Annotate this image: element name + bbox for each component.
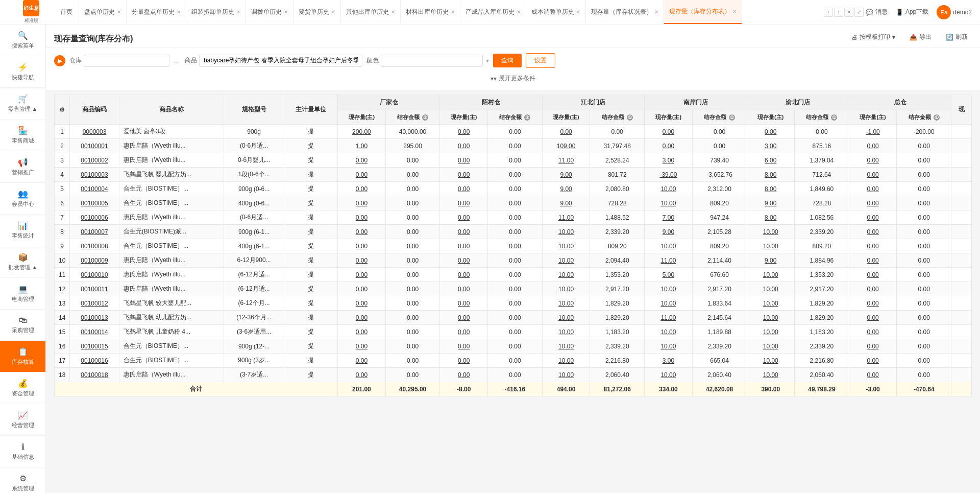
tab-close-btn[interactable]: ✕	[117, 9, 121, 15]
row-c4-qty[interactable]: 11.00	[645, 311, 693, 325]
user-item[interactable]: Ea demo2	[937, 5, 972, 19]
refresh-btn[interactable]: 🔄 刷新	[942, 31, 972, 43]
row-c4-qty[interactable]: 10.00	[645, 325, 693, 339]
setting-button[interactable]: 设置	[526, 53, 555, 68]
row-c1-qty[interactable]: 0.00	[338, 253, 386, 268]
row-c2-qty[interactable]: 0.00	[440, 339, 488, 354]
row-c1-qty[interactable]: 0.00	[338, 182, 386, 196]
row-c2-qty[interactable]: 0.00	[440, 268, 488, 282]
row-code[interactable]: 00100002	[70, 153, 119, 168]
row-c5-qty[interactable]: 9.00	[747, 196, 795, 210]
row-code[interactable]: 00100014	[70, 325, 119, 339]
sidebar-item-快捷导航[interactable]: ⚡快捷导航	[0, 56, 45, 88]
sidebar-item-基础信息[interactable]: ℹ基础信息	[0, 436, 45, 467]
tab-close-btn[interactable]: ✕	[177, 9, 181, 15]
color-input[interactable]	[381, 55, 483, 67]
query-button[interactable]: 查询	[493, 54, 522, 67]
row-code[interactable]: 00100007	[70, 225, 119, 239]
tab-close-btn[interactable]: ✕	[517, 9, 521, 15]
app-download-item[interactable]: 📱 App下载	[896, 8, 928, 16]
row-total-qty[interactable]: 0.00	[849, 196, 897, 210]
row-total-qty[interactable]: 0.00	[849, 182, 897, 196]
row-c4-qty[interactable]: 3.00	[645, 354, 693, 368]
row-c4-qty[interactable]: 0.00	[645, 139, 693, 153]
tab-close-btn[interactable]: ✕	[654, 9, 658, 15]
row-c1-qty[interactable]: 0.00	[338, 153, 386, 168]
row-c3-qty[interactable]: 10.00	[542, 225, 590, 239]
row-total-qty[interactable]: 0.00	[849, 168, 897, 182]
row-c2-qty[interactable]: 0.00	[440, 296, 488, 311]
row-c2-qty[interactable]: 0.00	[440, 253, 488, 268]
nav-tab[interactable]: 调拨单历史✕	[246, 0, 293, 24]
expand-conditions[interactable]: ▾▾ 展开更多条件	[54, 72, 972, 85]
c1-info-icon[interactable]: ①	[422, 114, 428, 121]
row-total-qty[interactable]: 0.00	[849, 325, 897, 339]
row-c4-qty[interactable]: 10.00	[645, 239, 693, 253]
row-total-qty[interactable]: 0.00	[849, 368, 897, 382]
row-c5-qty[interactable]: 8.00	[747, 168, 795, 182]
row-code[interactable]: 00100008	[70, 239, 119, 253]
row-c5-qty[interactable]: 10.00	[747, 325, 795, 339]
row-code[interactable]: 00100004	[70, 182, 119, 196]
row-c4-qty[interactable]: 10.00	[645, 368, 693, 382]
row-c3-qty[interactable]: 0.00	[542, 125, 590, 139]
print-btn[interactable]: 🖨 按模板打印 ▾	[847, 31, 899, 43]
nav-tab[interactable]: 产成品入库单历史✕	[460, 0, 526, 24]
row-c3-qty[interactable]: 10.00	[542, 339, 590, 354]
goods-input[interactable]	[199, 55, 362, 67]
sidebar-item-资金管理[interactable]: 💰资金管理	[0, 372, 45, 404]
sidebar-item-搜索英单[interactable]: 🔍搜索英单	[0, 25, 45, 56]
sidebar-item-系统管理[interactable]: ⚙系统管理	[0, 467, 45, 493]
row-c5-qty[interactable]: 10.00	[747, 368, 795, 382]
row-c1-qty[interactable]: 0.00	[338, 368, 386, 382]
nav-tab[interactable]: 要货单历史✕	[293, 0, 341, 24]
tab-close-btn[interactable]: ✕	[732, 9, 737, 14]
tab-close-btn[interactable]: ✕	[576, 9, 580, 15]
row-c2-qty[interactable]: 0.00	[440, 325, 488, 339]
row-c3-qty[interactable]: 9.00	[542, 196, 590, 210]
row-c2-qty[interactable]: 0.00	[440, 239, 488, 253]
row-c2-qty[interactable]: 0.00	[440, 168, 488, 182]
row-c4-qty[interactable]: 0.00	[645, 125, 693, 139]
row-total-qty[interactable]: 0.00	[849, 153, 897, 168]
tab-close-btn[interactable]: ✕	[451, 9, 455, 15]
export-btn[interactable]: 📤 导出	[905, 31, 936, 43]
sidebar-item-批发管理[interactable]: 📦批发管理 ▲	[0, 246, 45, 278]
row-code[interactable]: 0000003	[70, 125, 119, 139]
row-total-qty[interactable]: 0.00	[849, 268, 897, 282]
row-c1-qty[interactable]: 0.00	[338, 282, 386, 296]
nav-tab[interactable]: 其他出库单历史✕	[341, 0, 401, 24]
nav-tab[interactable]: 现存量（库存状况表）✕	[586, 0, 664, 24]
row-c1-qty[interactable]: 0.00	[338, 168, 386, 182]
row-c3-qty[interactable]: 9.00	[542, 168, 590, 182]
sidebar-item-零售商城[interactable]: 🏪零售商城	[0, 120, 45, 151]
row-c3-qty[interactable]: 10.00	[542, 268, 590, 282]
nav-tab[interactable]: 材料出库单历史✕	[401, 0, 460, 24]
row-c5-qty[interactable]: 10.00	[747, 311, 795, 325]
message-item[interactable]: 💬 消息	[866, 8, 888, 16]
sidebar-item-电商管理[interactable]: 💻电商管理	[0, 278, 45, 310]
row-code[interactable]: 00100001	[70, 139, 119, 153]
row-c4-qty[interactable]: 7.00	[645, 210, 693, 225]
th-settings[interactable]: ⚙	[55, 95, 70, 125]
nav-tab[interactable]: 分量盘点单历史✕	[127, 0, 186, 24]
row-c5-qty[interactable]: 10.00	[747, 354, 795, 368]
row-total-qty[interactable]: 0.00	[849, 239, 897, 253]
sidebar-item-采购管理[interactable]: 🛍采购管理	[0, 310, 45, 341]
row-total-qty[interactable]: 0.00	[849, 354, 897, 368]
c2-info-icon[interactable]: ①	[524, 114, 530, 121]
row-c4-qty[interactable]: 10.00	[645, 282, 693, 296]
row-c3-qty[interactable]: 10.00	[542, 282, 590, 296]
c5-info-icon[interactable]: ①	[831, 114, 837, 121]
row-c5-qty[interactable]: 10.00	[747, 339, 795, 354]
row-c2-qty[interactable]: 0.00	[440, 225, 488, 239]
sidebar-item-营销推广[interactable]: 📢营销推广	[0, 151, 45, 183]
row-c2-qty[interactable]: 0.00	[440, 153, 488, 168]
row-c4-qty[interactable]: 10.00	[645, 296, 693, 311]
row-code[interactable]: 00100011	[70, 282, 119, 296]
row-code[interactable]: 00100012	[70, 296, 119, 311]
sidebar-item-会员中心[interactable]: 👥会员中心	[0, 183, 45, 215]
sidebar-item-经营管理[interactable]: 📈经营管理	[0, 404, 45, 436]
sidebar-item-库存核算[interactable]: 📋库存核算	[0, 341, 45, 372]
nav-tab[interactable]: 现存量（库存分布表）✕	[664, 0, 742, 24]
